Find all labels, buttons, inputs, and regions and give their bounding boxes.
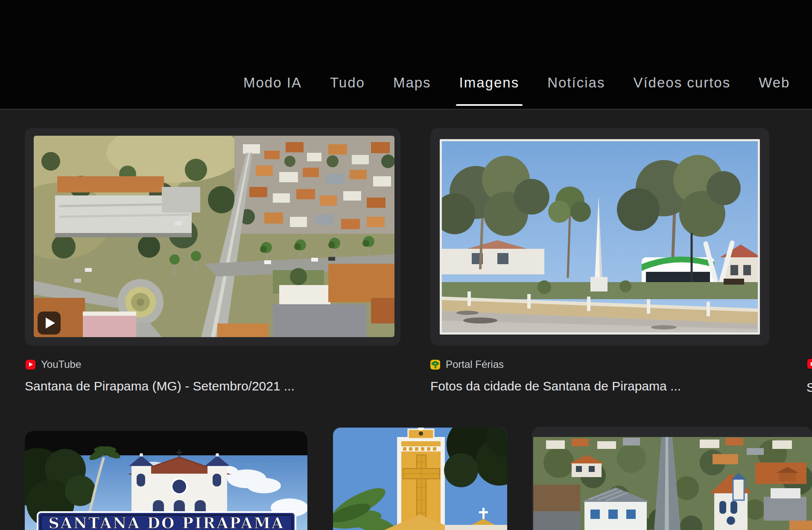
result-thumbnail-town-square[interactable] (440, 139, 760, 335)
result-source-label: YouTube (41, 358, 81, 370)
youtube-icon (807, 359, 812, 369)
aerial-church-illustration (533, 437, 812, 530)
tab-modo-ia[interactable]: Modo IA (243, 57, 302, 109)
result-source-row[interactable]: Portal Férias (430, 358, 504, 370)
result-source-label: Portal Férias (446, 358, 504, 370)
result-source-row[interactable]: YouTube (26, 358, 81, 370)
tab-web[interactable]: Web (759, 57, 790, 109)
aerial-church-photo (533, 437, 812, 530)
aerial-town-illustration (34, 136, 394, 337)
play-icon (46, 317, 55, 329)
google-images-results-page: Modo IA Tudo Maps Imagens Notícias Vídeo… (0, 0, 812, 530)
tab-imagens[interactable]: Imagens (459, 57, 520, 109)
palm-tree-icon (430, 360, 440, 370)
tab-noticias[interactable]: Notícias (547, 57, 605, 109)
result-thumbnail-yellow-tower[interactable] (333, 428, 507, 530)
video-play-button[interactable] (38, 312, 61, 335)
tab-videos-curtos[interactable]: Vídeos curtos (633, 57, 730, 109)
youtube-icon (26, 360, 35, 370)
search-category-tabs: Modo IA Tudo Maps Imagens Notícias Vídeo… (243, 57, 790, 109)
tab-maps[interactable]: Maps (393, 57, 431, 109)
banner-text: SANTANA DO PIRAPAMA (49, 514, 285, 530)
yellow-tower-illustration (333, 428, 507, 530)
result-card-video[interactable] (25, 128, 400, 346)
result-thumbnail-church-banner[interactable]: SANTANA DO PIRAPAMA (25, 431, 307, 530)
result-card-photo[interactable] (430, 128, 769, 346)
result-thumbnail-aerial-church[interactable] (532, 427, 812, 530)
church-banner-illustration: SANTANA DO PIRAPAMA (25, 431, 307, 530)
tab-tudo[interactable]: Tudo (330, 57, 365, 109)
result-title[interactable]: Fotos da cidade de Santana de Pirapama .… (430, 379, 681, 393)
result-title-partial[interactable]: S (806, 380, 812, 395)
result-title[interactable]: Santana de Pirapama (MG) - Setembro/2021… (25, 379, 295, 393)
result-thumbnail-aerial-town[interactable] (34, 136, 394, 337)
town-square-illustration (442, 141, 758, 332)
search-header: Modo IA Tudo Maps Imagens Notícias Vídeo… (0, 0, 812, 110)
result-source-row-partial[interactable] (807, 359, 812, 369)
